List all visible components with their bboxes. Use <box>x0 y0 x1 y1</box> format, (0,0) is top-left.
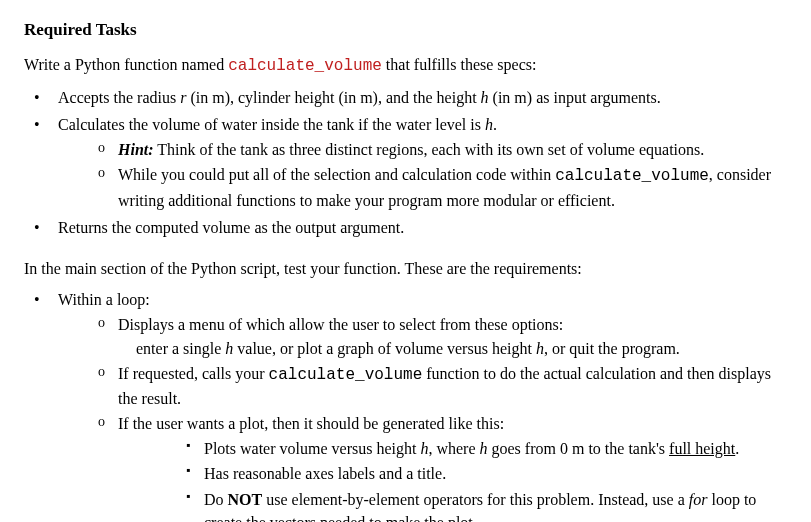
text: Do <box>204 491 228 508</box>
loop-item: Within a loop: Displays a menu of which … <box>24 288 787 522</box>
text: enter a single <box>136 340 225 357</box>
full-height-underline: full height <box>669 440 735 457</box>
spec-item-1: Accepts the radius r (in m), cylinder he… <box>24 86 787 109</box>
plot-labels-item: Has reasonable axes labels and a title. <box>118 462 787 485</box>
spec-item-3: Returns the computed volume as the outpu… <box>24 216 787 239</box>
modular-item: While you could put all of the selection… <box>58 163 787 211</box>
spec-list: Accepts the radius r (in m), cylinder he… <box>24 86 787 239</box>
intro-pre: Write a Python function named <box>24 56 228 73</box>
text: If the user wants a plot, then it should… <box>118 415 504 432</box>
code-calculate-volume: calculate_volume <box>555 167 709 185</box>
main-requirements-list: Within a loop: Displays a menu of which … <box>24 288 787 522</box>
plot-range-item: Plots water volume versus height h, wher… <box>118 437 787 460</box>
spec-item-2-sublist: Hint: Think of the tank as three distinc… <box>58 138 787 212</box>
hint-label: Hint: <box>118 141 154 158</box>
menu-item: Displays a menu of which allow the user … <box>58 313 787 359</box>
plot-item: If the user wants a plot, then it should… <box>58 412 787 522</box>
text: Calculates the volume of water inside th… <box>58 116 485 133</box>
text: If requested, calls your <box>118 365 269 382</box>
call-function-item: If requested, calls your calculate_volum… <box>58 362 787 410</box>
spec-item-2: Calculates the volume of water inside th… <box>24 113 787 212</box>
menu-line1: Displays a menu of which allow the user … <box>118 316 563 333</box>
text: While you could put all of the selection… <box>118 166 555 183</box>
loop-label: Within a loop: <box>58 291 150 308</box>
text: Returns the computed volume as the outpu… <box>58 219 404 236</box>
text: Accepts the radius <box>58 89 180 106</box>
plot-sublist: Plots water volume versus height h, wher… <box>118 437 787 522</box>
section2-paragraph: In the main section of the Python script… <box>24 257 787 280</box>
text: goes from 0 m to the tank's <box>488 440 670 457</box>
text: value, or plot a graph of volume versus … <box>233 340 536 357</box>
text: Has reasonable axes labels and a title. <box>204 465 446 482</box>
text: (in m) as input arguments. <box>489 89 661 106</box>
var-h: h <box>536 340 544 357</box>
for-italic: for <box>689 491 708 508</box>
var-h: h <box>480 440 488 457</box>
hint-text: Think of the tank as three distinct regi… <box>154 141 705 158</box>
plot-for-loop-item: Do NOT use element-by-element operators … <box>118 488 787 522</box>
text: , where <box>428 440 479 457</box>
code-calculate-volume: calculate_volume <box>228 57 382 75</box>
text: , or quit the program. <box>544 340 680 357</box>
text: . <box>493 116 497 133</box>
section-title: Required Tasks <box>24 18 787 43</box>
text: (in m), cylinder height (in m), and the … <box>186 89 480 106</box>
hint-item: Hint: Think of the tank as three distinc… <box>58 138 787 161</box>
var-h: h <box>485 116 493 133</box>
var-h: h <box>481 89 489 106</box>
text: Plots water volume versus height <box>204 440 420 457</box>
text: . <box>735 440 739 457</box>
loop-sublist: Displays a menu of which allow the user … <box>58 313 787 522</box>
text: use element-by-element operators for thi… <box>262 491 689 508</box>
not-bold: NOT <box>228 491 263 508</box>
intro-post: that fulfills these specs: <box>382 56 537 73</box>
code-calculate-volume: calculate_volume <box>269 366 423 384</box>
intro-paragraph: Write a Python function named calculate_… <box>24 53 787 78</box>
menu-line2: enter a single h value, or plot a graph … <box>118 337 787 360</box>
